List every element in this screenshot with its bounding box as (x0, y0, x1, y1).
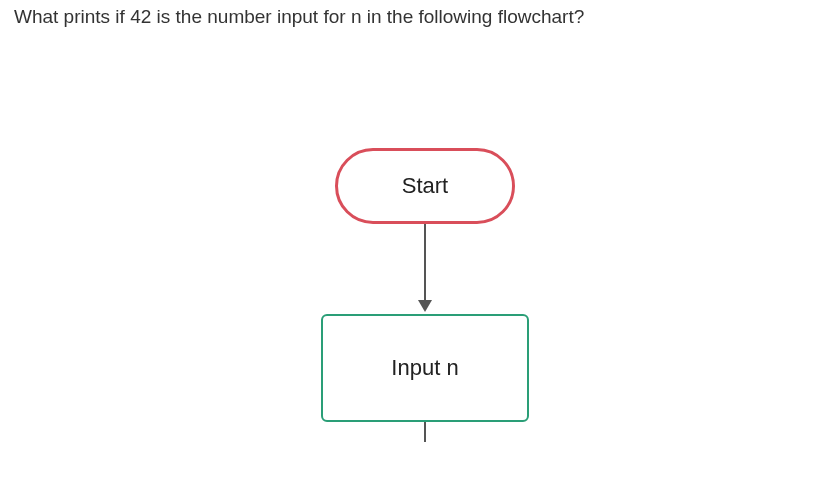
input-node: Input n (321, 314, 529, 422)
flowchart: Start Input n (305, 148, 545, 442)
connector-line (424, 224, 426, 302)
start-node: Start (335, 148, 515, 224)
connector-bottom-line (424, 422, 426, 442)
input-label: Input n (391, 355, 458, 381)
question-text: What prints if 42 is the number input fo… (14, 6, 584, 28)
connector-bottom (305, 422, 545, 442)
arrowhead-icon (418, 300, 432, 312)
start-label: Start (402, 173, 448, 199)
connector-arrow (305, 224, 545, 314)
